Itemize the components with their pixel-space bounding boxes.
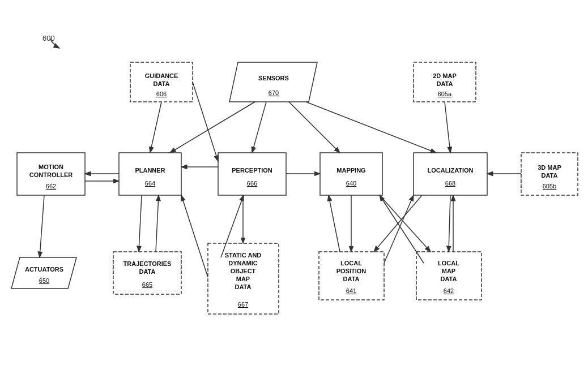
local-map-id: 642: [444, 287, 454, 294]
arrow-2dmap-localization: [445, 102, 450, 153]
static-dynamic-label5: DATA: [235, 283, 252, 290]
arrow-sensors-mapping: [289, 102, 340, 153]
arrow-motion-actuators: [40, 195, 44, 257]
guidance-data-label: GUIDANCE: [145, 72, 178, 79]
arrow-planner-trajectories: [139, 195, 142, 252]
arrow-guidance-perception: [193, 82, 218, 161]
perception-id: 666: [247, 180, 257, 187]
trajectories-label: TRAJECTORIES: [123, 260, 172, 267]
static-dynamic-id: 667: [238, 301, 248, 308]
guidance-data-label2: DATA: [154, 80, 170, 87]
actuators-id: 650: [39, 277, 49, 284]
motion-controller-label2: CONTROLLER: [29, 171, 73, 178]
mapping-box: [320, 153, 382, 195]
diagram-id: 600: [42, 34, 55, 42]
mapping-label: MAPPING: [336, 167, 365, 174]
arrow-localmap-mapping: [380, 195, 424, 263]
planner-box: [119, 153, 181, 195]
arrow-localpos-mapping: [329, 195, 340, 252]
arrow-sensors-localization: [306, 102, 436, 153]
local-map-label3: DATA: [441, 276, 457, 282]
arrow-sensors-perception: [252, 102, 266, 153]
sensors-id: 670: [269, 89, 279, 96]
mapping-id: 640: [346, 180, 356, 187]
perception-label: PERCEPTION: [232, 167, 272, 174]
arrow-trajectories-planner: [156, 195, 159, 252]
motion-controller-label: MOTION: [39, 164, 63, 170]
localization-label: LOCALIZATION: [427, 167, 473, 174]
map-3d-label2: DATA: [542, 172, 558, 179]
guidance-data-id: 606: [156, 91, 167, 97]
localization-box: [414, 153, 487, 195]
trajectories-label2: DATA: [139, 268, 156, 275]
sensors-label: SENSORS: [258, 75, 289, 81]
motion-controller-id: 662: [46, 183, 56, 190]
arrow-mapping-localmap: [380, 195, 431, 252]
perception-box: [218, 153, 286, 195]
arrow-sensors-planner: [170, 102, 255, 153]
local-map-label2: MAP: [442, 268, 455, 274]
map-2d-label: 2D MAP: [433, 72, 457, 79]
arrow-localization-localmap: [449, 195, 450, 252]
diagram: 600 GUIDANCE DATA 606 SENSORS 670 2D MAP…: [0, 0, 588, 387]
actuators-label: ACTUATORS: [25, 266, 63, 273]
arrow-static-planner: [181, 195, 208, 277]
map-2d-id: 605a: [438, 91, 452, 97]
local-position-id: 641: [346, 287, 356, 294]
static-dynamic-label2: DYNAMIC: [228, 260, 257, 266]
static-dynamic-label3: OBJECT: [231, 268, 256, 274]
map-3d-label: 3D MAP: [538, 164, 561, 171]
map-2d-label2: DATA: [437, 80, 453, 87]
planner-id: 664: [145, 180, 155, 187]
arrow-guidance-planner: [150, 102, 161, 153]
localization-id: 668: [445, 180, 455, 187]
local-position-label1: LOCAL: [340, 260, 362, 266]
static-dynamic-label1: STATIC AND: [225, 252, 262, 259]
local-position-label2: POSITION: [336, 268, 367, 274]
map-3d-id: 605b: [543, 183, 556, 190]
local-map-label1: LOCAL: [438, 260, 459, 266]
planner-label: PLANNER: [135, 167, 165, 174]
local-position-label3: DATA: [343, 276, 360, 282]
static-dynamic-label4: MAP: [236, 276, 250, 282]
trajectories-id: 665: [142, 281, 152, 288]
